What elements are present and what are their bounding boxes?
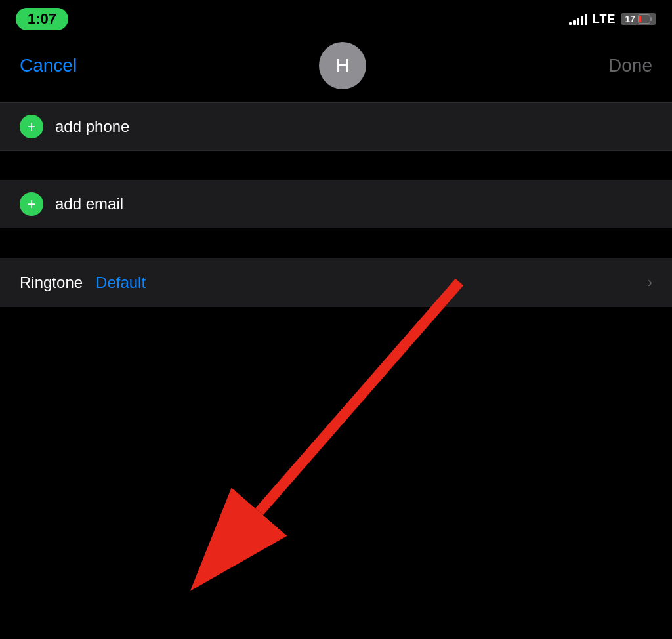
signal-bar-4 [581,16,583,25]
add-phone-row[interactable]: + add phone [0,103,672,151]
time-display: 1:07 [16,8,68,30]
chevron-right-icon: › [648,274,652,291]
add-email-row[interactable]: + add email [0,180,672,228]
section-gap-2 [0,228,672,258]
avatar: H [319,42,366,89]
signal-bar-5 [585,14,587,25]
svg-rect-2 [650,17,652,21]
status-right-icons: LTE 17 [569,12,656,26]
signal-bars-icon [569,13,587,25]
ringtone-left: Ringtone Default [20,274,146,292]
ringtone-value: Default [96,274,146,292]
svg-rect-1 [639,16,641,22]
done-button[interactable]: Done [608,55,652,76]
battery-indicator: 17 [621,13,656,25]
battery-level: 17 [625,14,635,24]
annotation-arrow-line [259,282,459,512]
signal-bar-2 [573,20,576,25]
add-email-icon: + [20,192,43,216]
section-gap-1 [0,151,672,180]
nav-bar: Cancel H Done [0,35,672,102]
ringtone-row[interactable]: Ringtone Default › [0,258,672,307]
battery-icon [638,14,652,24]
signal-bar-3 [577,18,579,25]
lte-indicator: LTE [593,12,616,26]
ringtone-label: Ringtone [20,274,83,292]
status-bar: 1:07 LTE 17 [0,0,672,35]
plus-icon-2: + [27,196,36,212]
signal-bar-1 [569,22,572,25]
add-phone-icon: + [20,115,43,138]
cancel-button[interactable]: Cancel [20,55,77,76]
plus-icon: + [27,119,36,134]
add-email-label: add email [55,195,123,213]
add-phone-label: add phone [55,117,129,136]
